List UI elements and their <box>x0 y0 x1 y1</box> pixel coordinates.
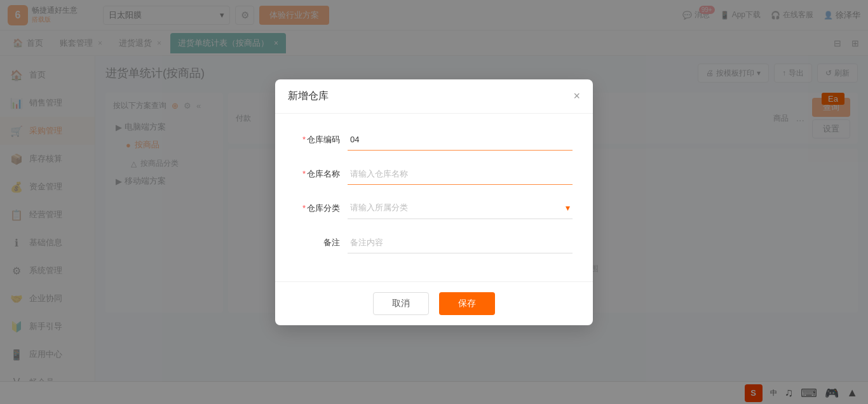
save-button[interactable]: 保存 <box>439 292 495 315</box>
code-input[interactable] <box>348 129 573 151</box>
modal-overlay: 新增仓库 × 仓库编码 仓库名称 仓库分类 请输入所属分类 ▾ <box>0 0 868 404</box>
modal-header: 新增仓库 × <box>275 79 593 114</box>
modal-title: 新增仓库 <box>288 90 329 103</box>
form-row-remark: 备注 <box>295 232 573 253</box>
category-arrow: ▾ <box>566 203 570 213</box>
name-label: 仓库名称 <box>295 168 340 180</box>
modal-footer: 取消 保存 <box>275 281 593 325</box>
category-placeholder: 请输入所属分类 <box>350 202 408 213</box>
category-label: 仓库分类 <box>295 203 340 214</box>
add-warehouse-modal: 新增仓库 × 仓库编码 仓库名称 仓库分类 请输入所属分类 ▾ <box>275 79 593 325</box>
cancel-button[interactable]: 取消 <box>373 292 429 315</box>
remark-label: 备注 <box>295 237 340 248</box>
modal-body: 仓库编码 仓库名称 仓库分类 请输入所属分类 ▾ 备注 <box>275 114 593 281</box>
name-input[interactable] <box>348 163 573 185</box>
modal-close-btn[interactable]: × <box>573 90 580 102</box>
form-row-name: 仓库名称 <box>295 163 573 185</box>
form-row-code: 仓库编码 <box>295 129 573 151</box>
remark-input[interactable] <box>348 232 573 253</box>
code-label: 仓库编码 <box>295 134 340 145</box>
form-row-category: 仓库分类 请输入所属分类 ▾ <box>295 198 573 219</box>
category-select[interactable]: 请输入所属分类 ▾ <box>348 198 573 219</box>
